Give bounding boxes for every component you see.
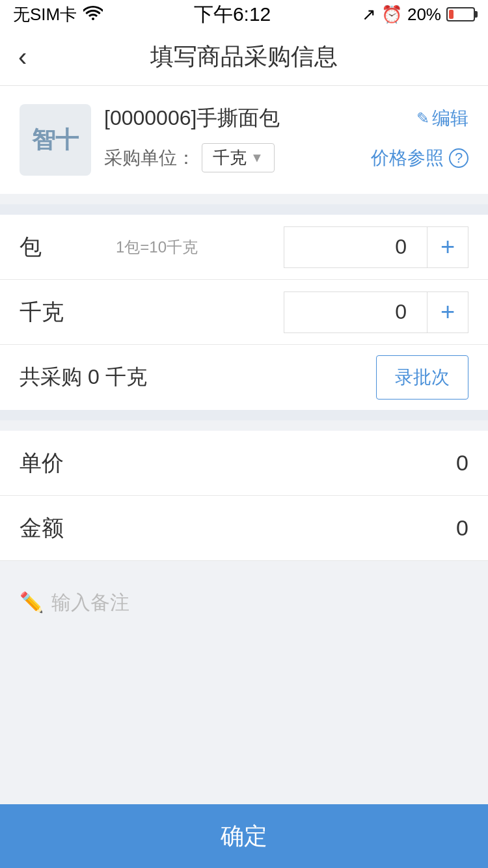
alarm-icon: ⏰ [381,5,402,25]
status-bar: 无SIM卡 下午6:12 ↗ ⏰ 20% [0,0,488,29]
edit-label: 编辑 [432,106,468,131]
unit-price-row: 单价 0 [0,431,488,496]
kg-quantity-input[interactable] [284,292,427,333]
bottom-space [0,634,488,765]
unit-select[interactable]: 千克 ▼ [202,143,275,172]
unit-price-label: 单价 [20,448,456,478]
unit-label-text: 采购单位： [104,146,195,170]
notes-placeholder: 输入备注 [51,590,129,616]
amount-label: 金额 [20,513,456,543]
edit-button[interactable]: ✎ 编辑 [416,106,468,131]
edit-icon: ✎ [416,109,429,128]
kg-input-row: 千克 + [0,280,488,345]
pack-input-row: 包 1包=10千克 + [0,215,488,280]
batch-record-button[interactable]: 录批次 [376,355,468,400]
product-name-row: [0000006]手撕面包 ✎ 编辑 [104,104,468,133]
amount-row: 金额 0 [0,496,488,561]
status-time: 下午6:12 [194,1,271,28]
chevron-down-icon: ▼ [251,150,264,165]
unit-label: 采购单位： 千克 ▼ [104,143,275,172]
battery-icon [446,7,475,21]
product-image: 智十 [20,104,91,176]
back-button[interactable]: ‹ [18,42,27,72]
wifi-icon [83,5,103,25]
price-ref-label: 价格参照 [371,146,444,170]
amount-value: 0 [456,515,468,541]
pencil-icon: ✏️ [20,591,44,614]
status-right: ↗ ⏰ 20% [362,5,475,25]
unit-value: 千克 [213,146,247,169]
pack-label: 包 [20,232,111,262]
status-left: 无SIM卡 [13,3,103,26]
product-unit-row: 采购单位： 千克 ▼ 价格参照 ? [104,143,468,172]
product-name: [0000006]手撕面包 [104,104,280,133]
kg-plus-button[interactable]: + [427,292,468,333]
section-divider [0,204,488,215]
battery-percentage: 20% [407,5,441,25]
notes-section[interactable]: ✏️ 输入备注 [0,571,488,634]
carrier-label: 无SIM卡 [13,3,77,26]
product-logo: 智十 [32,124,79,156]
price-reference-button[interactable]: 价格参照 ? [371,146,468,170]
summary-text: 共采购 0 千克 [20,363,147,392]
help-icon: ? [449,148,468,168]
pack-plus-button[interactable]: + [427,226,468,268]
fields-section: 单价 0 金额 0 [0,431,488,561]
page-title: 填写商品采购信息 [150,41,338,73]
location-icon: ↗ [362,5,376,25]
pack-sublabel: 1包=10千克 [116,237,198,258]
pack-quantity-input[interactable] [284,226,427,268]
section-divider-2 [0,410,488,420]
nav-bar: ‹ 填写商品采购信息 [0,29,488,86]
product-info: [0000006]手撕面包 ✎ 编辑 采购单位： 千克 ▼ 价格参照 ? [104,104,468,172]
summary-row: 共采购 0 千克 录批次 [0,345,488,410]
confirm-button[interactable]: 确定 [0,804,488,868]
unit-price-value: 0 [456,450,468,476]
product-card: 智十 [0000006]手撕面包 ✎ 编辑 采购单位： 千克 ▼ 价格参照 ? [0,86,488,194]
kg-label: 千克 [20,297,111,327]
input-section: 包 1包=10千克 + 千克 + [0,215,488,345]
